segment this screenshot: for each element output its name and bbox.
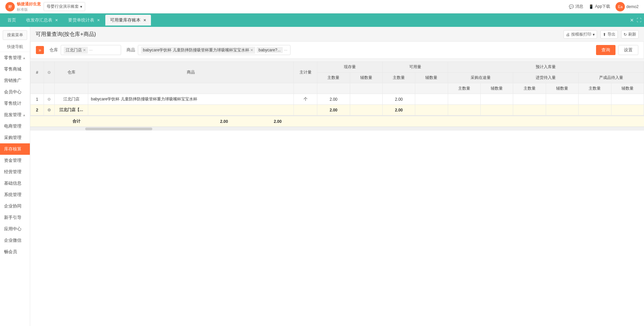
remove-warehouse-tag[interactable]: ✕ [83,48,86,52]
sidebar-item-label: 应用中心 [4,226,21,232]
settings-button[interactable]: 设置 [618,45,638,55]
print-template-button[interactable]: 🖨 按模板打印 ▾ [564,30,597,39]
warehouse-filter: 仓库 江北门店 ✕ ··· [49,45,121,55]
export-button[interactable]: ⬆ 导出 [600,30,618,39]
sidebar-item-retail-mgmt[interactable]: 零售管理▲ [0,52,30,63]
sidebar-item-enterprise-collab[interactable]: 企业协同 [0,200,30,212]
data-table: # ⚙ 仓库 商品 主计量 现存量 可用量 预计入库量 主数量 辅数量 主数量 … [30,61,644,115]
message-button[interactable]: 💬 消息 [569,4,583,9]
sidebar-item-inventory-check[interactable]: 库存核算 [0,143,30,155]
search-menu-button[interactable]: 搜索菜单 [3,30,27,40]
close-tab-order-stats[interactable]: ✕ [97,18,100,22]
close-tab-available-stock[interactable]: ✕ [143,18,146,22]
sidebar-item-label: 系统管理 [4,192,21,198]
sidebar-item-system-mgmt[interactable]: 系统管理 [0,189,30,200]
sidebar-item-enterprise-wechat[interactable]: 企业微信 [0,235,30,246]
table-footer: 合计 2.00 2.00 [30,115,644,127]
sidebar-item-marketing[interactable]: 营销推广 [0,75,30,86]
query-button[interactable]: 查询 [596,45,615,55]
sidebar-item-label: 批发管理 [4,112,21,118]
col-gear-header[interactable]: ⚙ [44,62,55,83]
horizontal-scrollbar[interactable] [30,127,644,131]
warehouse-tag: 江北门店 ✕ [64,47,88,54]
col-current-main-header: 主数量 [317,73,350,83]
filter-expand-button[interactable]: » [36,46,44,54]
col-warehouse-header: 仓库 [55,62,88,83]
sidebar-item-ecommerce-mgmt[interactable]: 电商管理 [0,121,30,132]
sidebar-item-finance-mgmt[interactable]: 资金管理 [0,155,30,166]
sidebar-item-member[interactable]: 畅会员 [0,246,30,258]
sidebar-item-label: 库存核算 [4,146,21,152]
warehouse-more-options[interactable]: ··· [89,48,93,52]
sidebar-item-member-center[interactable]: 会员中心 [0,86,30,98]
close-nav-icon[interactable]: ✕ [630,17,634,23]
sidebar-nav: 零售管理▲零售商城营销推广会员中心零售统计批发管理▲电商管理采购管理库存核算资金… [0,52,30,258]
sidebar-item-label: 经营管理 [4,169,21,175]
logo-area: 好 畅捷通好生意 标准版 [5,1,41,12]
sidebar-item-label: 企业微信 [4,237,21,243]
sidebar-item-label: 会员中心 [4,89,21,95]
sidebar-item-retail-mall[interactable]: 零售商城 [0,63,30,75]
sidebar-item-label: 新手引导 [4,215,21,221]
product-tag-2: babycare?... [257,47,283,53]
logo-icon: 好 [5,2,15,11]
col-production-pending-header: 产成品待入量 [579,73,644,83]
user-menu[interactable]: Ea demo2 [615,2,639,11]
sidebar: 搜索菜单 快捷导航 零售管理▲零售商城营销推广会员中心零售统计批发管理▲电商管理… [0,27,30,326]
sidebar-item-label: 营销推广 [4,78,21,84]
sidebar-item-label: 采购管理 [4,135,21,141]
page-header: 可用量查询(按仓库+商品) 🖨 按模板打印 ▾ ⬆ 导出 ↻ 刷新 [30,27,644,41]
refresh-button[interactable]: ↻ 刷新 [621,30,639,39]
warehouse-input[interactable]: 江北门店 ✕ ··· [61,45,121,55]
sidebar-item-label: 畅会员 [4,249,17,255]
app-download-button[interactable]: 📱 App下载 [589,4,610,9]
col-production-main-header: 主数量 [579,83,611,94]
col-product-header: 商品 [88,62,294,83]
col-main-unit-header: 主计量 [294,62,317,83]
expand-nav-icon[interactable]: ⛶ [637,17,641,23]
tab-order-stats[interactable]: 要货单统计表 ✕ [63,15,105,26]
sidebar-item-wholesale-mgmt[interactable]: 批发管理▲ [0,109,30,121]
sidebar-item-basic-info[interactable]: 基础信息 [0,178,30,189]
col-production-aux-header: 辅数量 [611,83,644,94]
sidebar-arrow-icon: ▲ [22,56,26,60]
table-row: 1 ⚙ 江北门店 babycare学饮杯 儿童防摔防撞吸管杯重力球吸嘴杯宝宝水杯… [31,94,644,105]
col-inbound-pending-header: 进货待入量 [513,73,579,83]
sidebar-item-label: 零售统计 [4,100,21,106]
close-tab-receive-send[interactable]: ✕ [55,18,58,22]
sidebar-item-label: 零售商城 [4,66,21,72]
avatar: Ea [615,2,625,11]
sidebar-item-app-center[interactable]: 应用中心 [0,223,30,235]
brand-sub: 标准版 [17,7,41,12]
sidebar-item-operations-mgmt[interactable]: 经营管理 [0,166,30,178]
remove-product-tag-1[interactable]: ✕ [250,48,253,52]
col-inbound-main-header: 主数量 [513,83,546,94]
col-current-stock-header: 现存量 [317,62,383,73]
col-current-aux-header: 辅数量 [350,73,382,83]
col-available-qty-header: 可用量 [382,62,448,73]
tab-receive-send[interactable]: 收发存汇总表 ✕ [21,15,63,26]
sidebar-arrow-icon: ▲ [22,113,26,117]
product-tag-1: babycare学饮杯 儿童防摔防撞吸管杯重力球吸嘴杯宝宝水杯 ✕ [141,47,255,54]
sidebar-search-area: 搜索菜单 [0,28,30,42]
industry-selector[interactable]: 母婴行业演示账套 ▾ [44,2,85,11]
sidebar-item-retail-stats[interactable]: 零售统计 [0,98,30,109]
tab-home[interactable]: 首页 [3,15,21,26]
sidebar-item-label: 基础信息 [4,180,21,186]
row-gear[interactable]: ⚙ [44,105,55,115]
product-input[interactable]: babycare学饮杯 儿童防摔防撞吸管杯重力球吸嘴杯宝宝水杯 ✕ babyca… [138,45,290,55]
quick-nav-button[interactable]: 快捷导航 [0,42,30,52]
page-title: 可用量查询(按仓库+商品) [36,31,96,38]
sidebar-item-new-guide[interactable]: 新手引导 [0,212,30,223]
table-row: 2 ⚙ 江北门店【... 2.00 2.00 [31,105,644,115]
data-table-container: # ⚙ 仓库 商品 主计量 现存量 可用量 预计入库量 主数量 辅数量 主数量 … [30,61,644,326]
sidebar-item-label: 企业协同 [4,203,21,209]
product-more-options[interactable]: ··· [284,48,287,52]
col-planned-in-header: 预计入库量 [448,62,644,73]
row-gear[interactable]: ⚙ [44,94,55,105]
nav-tabs: 首页 收发存汇总表 ✕ 要货单统计表 ✕ 可用量库存账本 ✕ ✕ ⛶ [0,13,644,27]
tab-available-stock[interactable]: 可用量库存账本 ✕ [105,15,151,26]
col-available-aux-header: 辅数量 [415,73,448,83]
sidebar-item-label: 零售管理 [4,55,21,61]
sidebar-item-purchase-mgmt[interactable]: 采购管理 [0,132,30,143]
